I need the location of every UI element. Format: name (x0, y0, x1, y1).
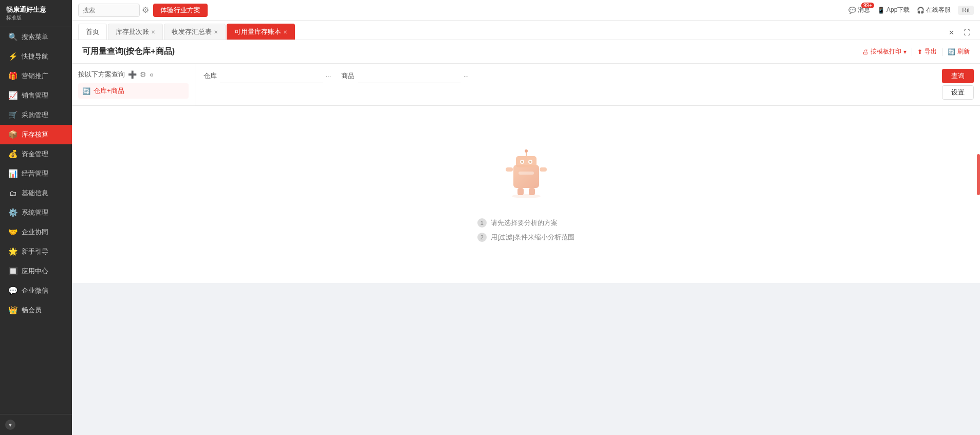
goods-field-label: 商品 (341, 71, 355, 81)
filter-field-goods: 商品 ··· (341, 69, 469, 83)
main-content: ⚙ 体验行业方案 💬 消息 99+ 📱 App下载 🎧 在线客服 (72, 0, 980, 435)
filter-scheme-panel: 按以下方案查询 ➕ ⚙ « 🔄 仓库+商品 (72, 64, 195, 105)
sidebar-scroll: 🔍 搜索菜单 ⚡ 快捷导航 🎁 营销推广 📈 销售管理 🛒 采购管理 📦 (0, 27, 72, 414)
warehouse-input[interactable] (220, 69, 323, 83)
export-label: 导出 (924, 47, 937, 56)
tab-batch-close[interactable]: ✕ (151, 29, 155, 35)
filter-scheme-header: 按以下方案查询 ➕ ⚙ « (78, 70, 189, 79)
tab-home[interactable]: 首页 (78, 24, 107, 40)
sidebar-label-inventory: 库存核算 (22, 130, 48, 139)
refresh-btn[interactable]: 🔄 刷新 (948, 47, 970, 56)
service-btn[interactable]: 🎧 在线客服 (917, 6, 951, 14)
logo-title: 畅康通好生意 (6, 5, 66, 14)
sidebar-label-system: 系统管理 (22, 208, 48, 217)
sidebar-item-quicknav[interactable]: ⚡ 快捷导航 (0, 47, 72, 66)
inventory-icon: 📦 (8, 130, 17, 139)
sidebar-item-search[interactable]: 🔍 搜索菜单 (0, 27, 72, 47)
tab-available[interactable]: 可用量库存账本 ✕ (227, 24, 295, 40)
empty-illustration (501, 147, 552, 208)
export-icon: ⬆ (917, 48, 922, 55)
svg-rect-10 (519, 172, 534, 175)
sidebar-scroll-down-btn[interactable]: ▼ (5, 420, 15, 430)
sidebar-label-sales: 销售管理 (22, 91, 48, 100)
marketing-icon: 🎁 (8, 71, 17, 81)
sidebar-label-marketing: 营销推广 (22, 71, 48, 81)
svg-point-4 (521, 161, 523, 163)
app-download-btn[interactable]: 📱 App下载 (877, 6, 910, 14)
collapse-scheme-icon[interactable]: « (150, 70, 154, 79)
svg-rect-9 (540, 167, 547, 172)
sidebar-item-purchase[interactable]: 🛒 采购管理 (0, 105, 72, 125)
service-label: 在线客服 (926, 6, 951, 14)
refresh-icon: 🔄 (948, 48, 955, 55)
goods-more-btn[interactable]: ··· (464, 72, 469, 80)
trial-btn[interactable]: 体验行业方案 (153, 4, 208, 17)
filter-fields-area: 仓库 ··· 商品 ··· 查询 设置 (195, 64, 980, 105)
svg-point-5 (529, 161, 531, 163)
msg-badge: 99+ (861, 3, 874, 8)
sidebar-item-sales[interactable]: 📈 销售管理 (0, 86, 72, 105)
print-label: 按模板打印 (871, 47, 901, 56)
tab-close-all-btn[interactable]: ✕ (944, 25, 958, 40)
msg-icon: 💬 (848, 7, 856, 14)
sidebar-label-appcenter: 应用中心 (22, 267, 48, 276)
add-scheme-icon[interactable]: ➕ (128, 70, 137, 79)
svg-rect-1 (516, 156, 537, 167)
topbar-search-input[interactable] (78, 4, 140, 17)
member-icon: 👑 (8, 306, 17, 315)
sidebar-item-inventory[interactable]: 📦 库存核算 (0, 125, 72, 144)
tab-summary[interactable]: 收发存汇总表 ✕ (164, 24, 226, 40)
tab-summary-close[interactable]: ✕ (214, 29, 218, 35)
scheme-item-label: 仓库+商品 (94, 86, 124, 96)
msg-btn[interactable]: 💬 消息 99+ (848, 6, 870, 14)
sidebar-item-operations[interactable]: 📊 经营管理 (0, 164, 72, 183)
hint-text-1: 请先选择要分析的方案 (491, 218, 558, 228)
sidebar-item-finance[interactable]: 💰 资金管理 (0, 144, 72, 164)
tab-batch[interactable]: 库存批次账 ✕ (108, 24, 163, 40)
sidebar-item-newguide[interactable]: 🌟 新手引导 (0, 242, 72, 261)
sidebar-item-enterprise[interactable]: 🤝 企业协同 (0, 222, 72, 242)
query-btns: 查询 设置 (936, 64, 980, 105)
print-btn[interactable]: 🖨 按模板打印 ▾ (862, 47, 907, 56)
tab-available-close[interactable]: ✕ (283, 29, 287, 35)
page-content: 可用量查询(按仓库+商品) 🖨 按模板打印 ▾ ⬆ 导出 🔄 (72, 40, 980, 435)
sidebar-item-system[interactable]: ⚙️ 系统管理 (0, 203, 72, 222)
app-logo: 畅康通好生意 标准版 (0, 0, 72, 27)
sidebar-item-member[interactable]: 👑 畅会员 (0, 300, 72, 320)
user-menu[interactable]: Rit (958, 6, 974, 15)
warehouse-more-btn[interactable]: ··· (326, 72, 331, 80)
topbar-search-area: ⚙ (78, 4, 149, 17)
tab-batch-label: 库存批次账 (116, 27, 149, 36)
svg-rect-0 (513, 165, 539, 188)
export-btn[interactable]: ⬆ 导出 (917, 47, 937, 56)
svg-rect-12 (529, 188, 535, 195)
goods-input[interactable] (358, 69, 460, 83)
search-icon: 🔍 (8, 32, 17, 42)
appcenter-icon: 🔲 (8, 267, 17, 276)
headset-icon: 🎧 (917, 7, 924, 14)
sidebar-item-appcenter[interactable]: 🔲 应用中心 (0, 261, 72, 281)
sidebar-item-basic[interactable]: 🗂 基础信息 (0, 183, 72, 203)
sidebar-label-purchase: 采购管理 (22, 110, 48, 120)
sidebar-item-wechat[interactable]: 💬 企业微信 (0, 281, 72, 300)
gear-icon[interactable]: ⚙ (142, 5, 149, 15)
tab-expand-btn[interactable]: ⛶ (959, 25, 974, 40)
settings-scheme-icon[interactable]: ⚙ (140, 70, 146, 79)
settings-btn[interactable]: 设置 (942, 85, 974, 100)
print-dropdown-icon: ▾ (903, 48, 907, 55)
sidebar-label-wechat: 企业微信 (22, 286, 48, 295)
sidebar-item-marketing[interactable]: 🎁 营销推广 (0, 66, 72, 86)
empty-hint-2: 2 用[过滤]条件来缩小分析范围 (477, 233, 575, 242)
finance-icon: 💰 (8, 149, 17, 159)
right-edge-indicator (977, 154, 980, 195)
scheme-item-warehouse-goods[interactable]: 🔄 仓库+商品 (78, 83, 189, 99)
refresh-label: 刷新 (957, 47, 970, 56)
print-icon: 🖨 (862, 48, 868, 55)
wechat-icon: 💬 (8, 286, 17, 295)
svg-rect-8 (506, 167, 513, 172)
enterprise-icon: 🤝 (8, 228, 17, 237)
tab-home-label: 首页 (86, 27, 99, 36)
query-btn[interactable]: 查询 (942, 69, 974, 83)
sidebar-label-member: 畅会员 (22, 306, 42, 315)
sidebar-label-search: 搜索菜单 (22, 32, 48, 42)
